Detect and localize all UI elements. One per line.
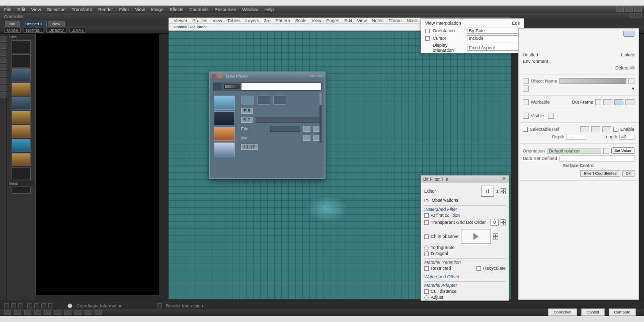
docmenu-10[interactable]: Edit	[344, 18, 352, 23]
status-icon-r1[interactable]	[157, 303, 162, 308]
toggle-icon[interactable]	[548, 113, 554, 119]
docmenu-11[interactable]: View	[357, 18, 367, 23]
bbar-10[interactable]	[95, 310, 102, 315]
sel-btn-3[interactable]	[602, 126, 611, 132]
docmenu-6[interactable]: Pattern	[276, 18, 290, 23]
collection-button[interactable]: Collection	[548, 308, 577, 316]
subbar-controller[interactable]: Controller	[4, 14, 24, 19]
menu-window[interactable]: Window	[242, 7, 258, 12]
opt-opacity-val[interactable]: 100%	[69, 28, 86, 33]
objname-field[interactable]	[559, 78, 626, 84]
menu-channels[interactable]: Channels	[189, 7, 208, 12]
menu-help[interactable]: Help	[264, 7, 274, 12]
bbar-4[interactable]	[34, 310, 41, 315]
menu-selection[interactable]: Selection	[47, 7, 65, 12]
preset-thumb-4[interactable]	[214, 142, 235, 156]
depth-field[interactable]: ---	[566, 134, 586, 140]
tab-0[interactable]: tab	[5, 21, 20, 27]
menu-edit[interactable]: Edit	[18, 7, 26, 12]
cb-digital[interactable]	[424, 252, 429, 256]
bbar-5[interactable]	[44, 310, 51, 315]
docmenu-5[interactable]: 3rd	[264, 18, 271, 23]
status-icon-4[interactable]	[27, 303, 32, 308]
orientation-icon[interactable]	[603, 148, 609, 154]
tool-3[interactable]	[1, 50, 7, 56]
row-div-btn1[interactable]	[303, 135, 310, 141]
outframe-label[interactable]: Out Frame	[572, 100, 593, 105]
cancel-button[interactable]: Cancel	[581, 308, 605, 316]
docmenu-14[interactable]: Mask	[407, 18, 418, 23]
orientation-field[interactable]: Default rotation	[547, 148, 601, 154]
asset-thumb-8[interactable]	[12, 139, 31, 152]
preset-thumb-2[interactable]	[214, 111, 235, 125]
dialog-min-icon[interactable]	[310, 75, 315, 76]
menu-transform[interactable]: Transform	[71, 7, 92, 12]
dir-button[interactable]: Dir	[622, 170, 634, 177]
status-icon-1[interactable]	[4, 303, 9, 308]
tool-6[interactable]	[1, 71, 7, 77]
tab-1[interactable]: Untitled 1	[21, 21, 47, 27]
chip-f117[interactable]: f·1.17	[241, 144, 258, 150]
asset-thumb-1[interactable]	[12, 40, 31, 53]
main-menubar[interactable]: File Edit View Selection Transform Rende…	[0, 6, 644, 13]
invert-button[interactable]: Invert Coordinates	[580, 170, 620, 177]
gear-icon[interactable]	[523, 86, 529, 92]
status-icon-7[interactable]	[48, 303, 53, 308]
docmenu-13[interactable]: Frame	[389, 18, 402, 23]
opt-mode[interactable]: Mode	[4, 28, 21, 33]
spin-down[interactable]: ▾	[501, 191, 506, 194]
asset-thumb-10[interactable]	[12, 167, 31, 180]
delete-all-button[interactable]: Delete All	[615, 65, 634, 70]
menu-render[interactable]: Render	[98, 7, 113, 12]
view-tab-2[interactable]	[257, 96, 270, 105]
opt-opacity[interactable]: Opacity	[46, 28, 67, 33]
docmenu-0[interactable]: Viewer	[174, 18, 187, 23]
docmenu-7[interactable]: Scale	[295, 18, 307, 23]
panel-pill-icon[interactable]	[623, 31, 634, 37]
bbar-3[interactable]	[24, 310, 31, 315]
selectable-check[interactable]	[523, 127, 528, 132]
editor-swatch[interactable]: d	[481, 186, 494, 197]
tool-4[interactable]	[1, 57, 7, 63]
setvalue-button[interactable]: Set Value	[611, 147, 634, 154]
tool-7[interactable]	[1, 78, 7, 84]
dialog-scrollbar[interactable]	[319, 93, 321, 143]
bbar-6[interactable]	[54, 310, 61, 315]
wf-btn-2[interactable]	[614, 99, 623, 105]
docmenu-8[interactable]: View	[311, 18, 321, 23]
cb-cull[interactable]	[424, 289, 429, 294]
doc-window-controls[interactable]	[629, 13, 642, 18]
compute-button[interactable]: Compute	[609, 308, 636, 316]
datadef-field[interactable]	[559, 155, 634, 162]
window-controls[interactable]	[616, 6, 642, 12]
status-icon-2[interactable]	[11, 303, 16, 308]
menu-view[interactable]: View	[31, 7, 41, 12]
search-input[interactable]	[242, 83, 321, 90]
menu-filter[interactable]: Filter	[119, 7, 129, 12]
view-tab-1[interactable]	[241, 96, 254, 105]
minimize-icon[interactable]	[218, 74, 222, 78]
dd-check-2[interactable]	[425, 36, 430, 41]
asset-thumb-11[interactable]	[12, 187, 31, 194]
bbar-9[interactable]	[85, 310, 92, 315]
tool-1[interactable]	[1, 36, 7, 42]
docmenu-1[interactable]: Profiles	[192, 18, 207, 23]
chip-e5[interactable]: E 5	[241, 108, 253, 114]
spin-down-3[interactable]: ▾	[493, 236, 498, 239]
sel-btn-1[interactable]	[580, 126, 589, 132]
menu-effects[interactable]: Effects	[170, 7, 183, 12]
docmenu-2[interactable]: View	[212, 18, 222, 23]
canvas-glow-object[interactable]	[307, 196, 347, 221]
cb-recyc[interactable]	[476, 266, 481, 271]
preview-viewport[interactable]	[35, 34, 160, 295]
cb-restricted[interactable]	[424, 266, 429, 271]
search-icon[interactable]	[213, 83, 221, 90]
row-file-btn1[interactable]	[303, 126, 310, 132]
docmenu-4[interactable]: Layers	[246, 18, 259, 23]
preset-thumb-1[interactable]	[214, 96, 235, 110]
status-icon-5[interactable]	[34, 303, 39, 308]
tool-8[interactable]	[1, 85, 7, 91]
asset-thumb-7[interactable]	[12, 125, 31, 138]
asset-thumb-4[interactable]	[12, 83, 31, 96]
frame-icon[interactable]	[595, 99, 601, 105]
